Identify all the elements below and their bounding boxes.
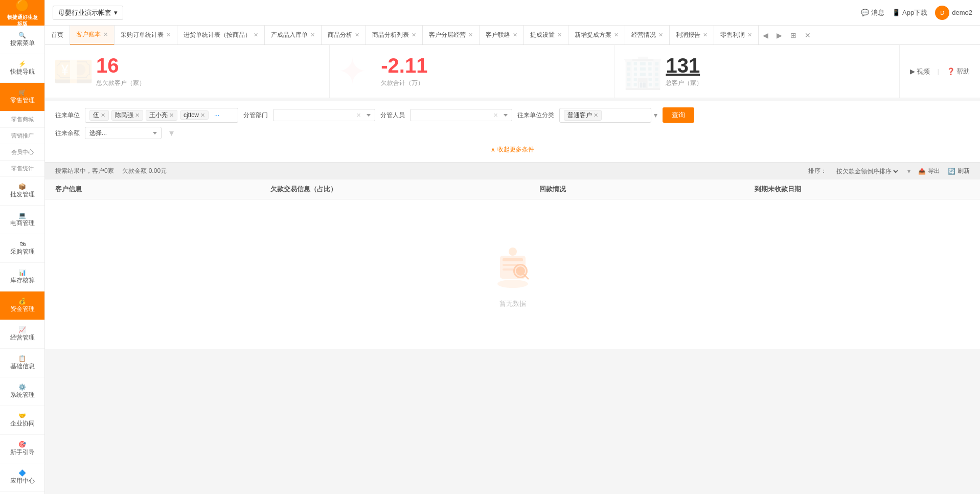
tab-nav-prev[interactable]: ◀	[759, 26, 772, 45]
sidebar-item-retail[interactable]: 🛒 零售管理	[0, 83, 44, 111]
tag-chen-remove[interactable]: ✕	[135, 112, 140, 119]
sidebar-item-retail-mall[interactable]: 零售商城	[0, 111, 44, 128]
sidebar-item-inventory[interactable]: 📊 库存核算	[0, 263, 44, 291]
tab-goods-analysis[interactable]: 商品分析 ✕	[322, 26, 366, 45]
dept-label: 分管部门	[243, 111, 268, 120]
demo-selector[interactable]: 母婴行业演示帐套 ▾	[53, 6, 123, 20]
balance-select[interactable]: 选择...	[85, 127, 162, 139]
tab-customer-contact[interactable]: 客户联络 ✕	[480, 26, 524, 45]
tab-customer-tier[interactable]: 客户分层经营 ✕	[423, 26, 480, 45]
newbie-icon: 🎯	[3, 441, 42, 448]
sidebar-label-retail-stats: 零售统计	[3, 165, 42, 172]
tab-nav-next[interactable]: ▶	[772, 26, 786, 45]
refresh-btn[interactable]: 🔄 刷新	[948, 167, 970, 175]
tab-customer-ledger-close[interactable]: ✕	[103, 31, 108, 38]
card1-value: 16	[96, 55, 119, 76]
card3-value: 131	[666, 55, 700, 76]
user-menu[interactable]: D demo2	[935, 6, 972, 20]
help-link[interactable]: ❓ 帮助	[947, 67, 970, 76]
collapse-btn[interactable]: ∧ 收起更多条件	[55, 143, 970, 156]
tab-customer-tier-close[interactable]: ✕	[468, 32, 473, 38]
tag-normal-remove[interactable]: ✕	[594, 112, 598, 119]
messages-label: 消息	[871, 8, 884, 17]
result-summary-text: 搜索结果中，客户0家	[55, 167, 114, 174]
dept-select[interactable]	[273, 109, 375, 121]
tab-operations-close[interactable]: ✕	[658, 32, 663, 38]
tab-commission-settings[interactable]: 提成设置 ✕	[524, 26, 568, 45]
sidebar-item-marketing[interactable]: 营销推广	[0, 128, 44, 144]
person-select[interactable]	[410, 109, 512, 121]
sidebar-item-member[interactable]: 会员中心	[0, 144, 44, 161]
export-btn[interactable]: 📤 导出	[918, 167, 940, 175]
purchase-icon: 🛍	[3, 240, 42, 248]
tab-new-commission[interactable]: 新增提成方案 ✕	[568, 26, 625, 45]
tab-purchase-stats-close[interactable]: ✕	[166, 32, 171, 38]
sidebar-item-purchase[interactable]: 🛍 采购管理	[0, 234, 44, 263]
ecom-icon: 💻	[3, 212, 42, 219]
tab-purchase-stats[interactable]: 采购订单统计表 ✕	[115, 26, 177, 45]
tab-customer-contact-close[interactable]: ✕	[513, 32, 517, 38]
empty-illustration	[487, 240, 538, 291]
app-download-btn[interactable]: 📱 App下载	[892, 8, 927, 17]
finance-icon: 💰	[3, 298, 42, 305]
card2-value: -2.11	[381, 55, 427, 76]
tab-operations[interactable]: 经营情况 ✕	[625, 26, 670, 45]
sidebar-item-quick-nav[interactable]: ⚡ 快捷导航	[0, 54, 44, 83]
sort-select[interactable]: 按欠款金额倒序排序	[834, 167, 900, 175]
sidebar-item-newbie[interactable]: 🎯 新手引导	[0, 435, 44, 463]
tab-product-in-close[interactable]: ✕	[310, 32, 315, 38]
unit-class-tag-input[interactable]: 普通客户 ✕	[559, 108, 651, 123]
tab-customer-ledger[interactable]: 客户账本 ✕	[70, 26, 115, 45]
result-bar-right: 排序： 按欠款金额倒序排序 ▾ 📤 导出 🔄 刷新	[808, 167, 970, 175]
tab-bar: 首页 客户账本 ✕ 采购订单统计表 ✕ 进货单统计表（按商品） ✕ 产成品入库单…	[45, 26, 980, 45]
tab-goods-analysis-close[interactable]: ✕	[355, 32, 359, 38]
tab-goods-stats[interactable]: 进货单统计表（按商品） ✕	[177, 26, 265, 45]
messages-btn[interactable]: 💬 消息	[861, 8, 884, 17]
tab-new-commission-close[interactable]: ✕	[614, 32, 619, 38]
sidebar-item-system[interactable]: ⚙️ 系统管理	[0, 377, 44, 406]
unit-tag-input[interactable]: 伍 ✕ 陈民强 ✕ 王小亮 ✕ cjttcw ✕	[85, 108, 238, 123]
tab-nav-expand[interactable]: ⊞	[786, 26, 801, 45]
sidebar-item-wechat[interactable]: 💬 企业微信	[0, 492, 44, 494]
tag-cj-remove[interactable]: ✕	[200, 112, 205, 119]
sidebar-item-ecom[interactable]: 💻 电商管理	[0, 206, 44, 234]
sidebar-label-member: 会员中心	[3, 148, 42, 156]
unit-class-chevron[interactable]: ▾	[654, 111, 657, 119]
tab-goods-analysis-list[interactable]: 商品分析列表 ✕	[366, 26, 423, 45]
tag-wu-remove[interactable]: ✕	[101, 112, 105, 119]
sidebar-label-enterprise: 企业协同	[3, 419, 42, 428]
top-bar-left: 母婴行业演示帐套 ▾	[53, 6, 123, 20]
sidebar-item-basic-info[interactable]: 📋 基础信息	[0, 349, 44, 377]
query-button[interactable]: 查询	[663, 107, 694, 123]
tab-home[interactable]: 首页	[45, 26, 70, 45]
tab-goods-stats-close[interactable]: ✕	[254, 32, 258, 38]
sidebar-label-search: 搜索菜单	[3, 39, 42, 48]
tab-retail-profit-close[interactable]: ✕	[747, 32, 752, 38]
sidebar-item-enterprise[interactable]: 🤝 企业协同	[0, 406, 44, 435]
export-label: 导出	[928, 167, 940, 175]
person-label: 分管人员	[380, 111, 405, 120]
tag-cj-text: cjttcw	[184, 111, 199, 119]
tab-commission-settings-close[interactable]: ✕	[557, 32, 562, 38]
tab-profit-report[interactable]: 利润报告 ✕	[670, 26, 714, 45]
tab-goods-analysis-list-close[interactable]: ✕	[412, 32, 416, 38]
tab-product-in[interactable]: 产成品入库单 ✕	[265, 26, 322, 45]
sidebar-item-finance[interactable]: 💰 资金管理	[0, 291, 44, 320]
tag-wang-remove[interactable]: ✕	[169, 112, 174, 119]
sidebar-item-wholesale[interactable]: 📦 批发管理	[0, 177, 44, 206]
filter-bar: 往来单位 伍 ✕ 陈民强 ✕ 王小亮 ✕	[45, 101, 980, 163]
sidebar-item-search[interactable]: 🔍 搜索菜单	[0, 26, 44, 54]
video-link[interactable]: ▶ 视频	[910, 67, 930, 76]
message-icon: 💬	[861, 9, 869, 16]
tab-nav-close[interactable]: ✕	[801, 26, 815, 45]
sidebar-item-retail-stats[interactable]: 零售统计	[0, 161, 44, 177]
tab-product-in-label: 产成品入库单	[271, 31, 308, 39]
tab-retail-profit[interactable]: 零售利润 ✕	[714, 26, 759, 45]
sidebar-item-app-center[interactable]: 🔷 应用中心	[0, 463, 44, 492]
tag-cj: cjttcw ✕	[180, 110, 209, 120]
person-selector-wrap: ✕	[410, 109, 512, 121]
tab-profit-report-close[interactable]: ✕	[703, 32, 708, 38]
sidebar-item-operations[interactable]: 📈 经营管理	[0, 320, 44, 349]
data-table: 客户信息 欠款交易信息（占比） 回款情况 到期未收款日期	[45, 179, 980, 349]
tag-more[interactable]: ···	[211, 111, 222, 119]
